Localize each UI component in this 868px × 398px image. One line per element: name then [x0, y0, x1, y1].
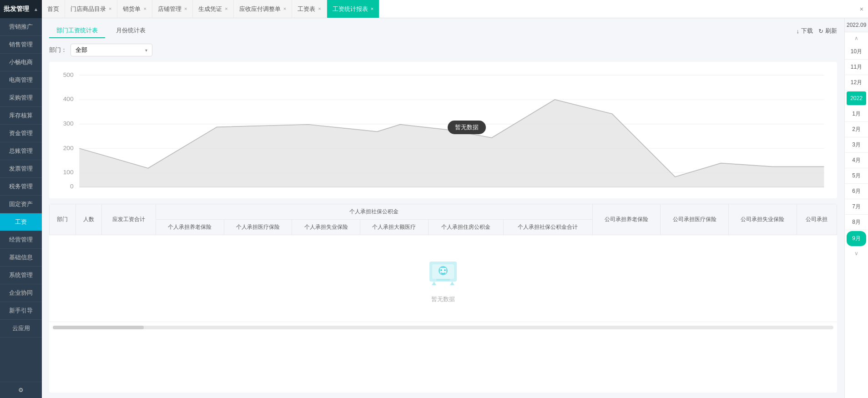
sidebar-title[interactable]: 批发管理 ▲	[0, 0, 42, 18]
sub-tab-dept-stats[interactable]: 部门工资统计表	[49, 24, 105, 38]
close-all-tabs-icon[interactable]: ×	[860, 5, 863, 13]
download-button[interactable]: ↓ 下载	[797, 27, 813, 35]
sidebar-item-assets[interactable]: 固定资产	[0, 196, 42, 213]
time-panel-month-7[interactable]: 7月	[845, 199, 868, 215]
time-panel-month-9[interactable]: 9月	[847, 231, 866, 247]
time-panel-month-11[interactable]: 11月	[845, 60, 868, 75]
time-panel-down-arrow[interactable]: ∨	[852, 247, 861, 259]
time-panel-month-6[interactable]: 6月	[845, 184, 868, 199]
tabs-bar: 首页 门店商品目录 × 销货单 × 店铺管理 × 生成凭证 × 应收应付调整单 …	[42, 0, 868, 18]
close-tab-payroll[interactable]: ×	[318, 6, 321, 11]
svg-text:0: 0	[70, 183, 74, 190]
time-panel-month-3[interactable]: 3月	[845, 137, 868, 153]
svg-rect-19	[436, 279, 450, 281]
sidebar-item-guide[interactable]: 新手引导	[0, 302, 42, 320]
tab-generate-voucher[interactable]: 生成凭证 ×	[193, 0, 233, 18]
time-panel: 2022.09 ∧ 10月 11月 12月 2022 1月 2月 3月	[844, 18, 868, 398]
tab-payroll[interactable]: 工资表 ×	[292, 0, 327, 18]
tab-store-catalog[interactable]: 门店商品目录 ×	[65, 0, 117, 18]
sidebar-item-payroll[interactable]: 工资	[0, 213, 42, 231]
settings-button[interactable]: ⚙	[0, 382, 42, 398]
close-tab-generate-voucher[interactable]: ×	[225, 6, 227, 11]
svg-text:200: 200	[63, 145, 74, 151]
sidebar-item-marketing[interactable]: 营销推广	[0, 18, 42, 36]
tab-store-mgmt[interactable]: 店铺管理 ×	[152, 0, 193, 18]
settings-icon: ⚙	[18, 387, 24, 393]
filter-row: 部门： 全部 ▾	[49, 44, 837, 56]
svg-point-17	[440, 269, 442, 271]
col-company-unemployment: 公司承担失业保险	[728, 204, 797, 235]
sidebar: 批发管理 ▲ 营销推广 销售管理 小畅电商 电商管理 采购管理 库存核算 资金管…	[0, 0, 42, 398]
dept-filter-select[interactable]: 全部 ▾	[71, 44, 152, 56]
sidebar-item-ledger[interactable]: 总账管理	[0, 142, 42, 160]
time-panel-month-5[interactable]: 5月	[845, 168, 868, 184]
sidebar-item-ecommerce-small[interactable]: 小畅电商	[0, 54, 42, 71]
dept-filter-value: 全部	[76, 46, 87, 54]
refresh-button[interactable]: ↻ 刷新	[818, 27, 837, 35]
col-ind-medical: 个人承担医疗保险	[224, 220, 292, 235]
sidebar-item-cloud[interactable]: 云应用	[0, 320, 42, 338]
close-tab-store-catalog[interactable]: ×	[109, 6, 111, 11]
time-panel-year-2022[interactable]: 2022	[847, 91, 866, 106]
col-ind-unemployment: 个人承担失业保险	[292, 220, 360, 235]
col-ind-serious-illness: 个人承担大额医疗	[360, 220, 429, 235]
sidebar-item-basic-info[interactable]: 基础信息	[0, 249, 42, 267]
time-panel-month-4[interactable]: 4月	[845, 153, 868, 168]
table-container: 部门 人数 应发工资合计 个人承担社保公积金 公司承担养老保险 公司承担医疗保险…	[49, 204, 837, 393]
close-tab-sales-order[interactable]: ×	[143, 6, 146, 11]
sidebar-item-ecommerce[interactable]: 电商管理	[0, 71, 42, 89]
col-ind-pension: 个人承担养老保险	[156, 220, 224, 235]
close-tab-payroll-report[interactable]: ×	[371, 6, 373, 11]
svg-marker-21	[450, 282, 454, 285]
col-ind-total: 个人承担社保公积金合计	[503, 220, 592, 235]
svg-marker-20	[432, 282, 436, 285]
col-company-other: 公司承担	[797, 204, 837, 235]
col-ind-housing-fund: 个人承担住房公积金	[428, 220, 503, 235]
tab-ar-ap-adjust[interactable]: 应收应付调整单 ×	[234, 0, 292, 18]
table-horizontal-scrollbar[interactable]	[53, 326, 833, 329]
table-scroll-thumb[interactable]	[53, 326, 144, 329]
sidebar-item-system[interactable]: 系统管理	[0, 267, 42, 284]
tab-home[interactable]: 首页	[42, 0, 65, 18]
sidebar-item-tax[interactable]: 税务管理	[0, 178, 42, 196]
sub-tab-actions: ↓ 下载 ↻ 刷新	[797, 27, 838, 35]
data-table: 部门 人数 应发工资合计 个人承担社保公积金 公司承担养老保险 公司承担医疗保险…	[49, 204, 837, 322]
sidebar-item-finance[interactable]: 资金管理	[0, 125, 42, 142]
svg-text:300: 300	[63, 121, 74, 127]
time-panel-month-10[interactable]: 10月	[845, 44, 868, 60]
inner-content: 部门工资统计表 月份统计表 ↓ 下载 ↻ 刷新	[42, 18, 844, 398]
content-area: 部门工资统计表 月份统计表 ↓ 下载 ↻ 刷新	[42, 18, 868, 398]
svg-marker-12	[79, 100, 824, 187]
time-panel-month-2[interactable]: 2月	[845, 122, 868, 137]
sub-tab-monthly-stats[interactable]: 月份统计表	[109, 24, 153, 38]
tab-sales-order[interactable]: 销货单 ×	[117, 0, 152, 18]
tab-payroll-report[interactable]: 工资统计报表 ×	[327, 0, 379, 18]
download-icon: ↓	[797, 28, 800, 35]
sidebar-item-invoice[interactable]: 发票管理	[0, 160, 42, 178]
dept-filter-arrow-icon: ▾	[145, 48, 147, 53]
sub-tabs-bar: 部门工资统计表 月份统计表 ↓ 下载 ↻ 刷新	[49, 24, 837, 38]
time-panel-up-arrow[interactable]: ∧	[852, 32, 861, 44]
time-panel-month-8[interactable]: 8月	[845, 215, 868, 230]
empty-state-text: 暂无数据	[431, 295, 455, 303]
empty-icon	[425, 253, 461, 290]
time-panel-month-12[interactable]: 12月	[845, 75, 868, 91]
svg-text:100: 100	[63, 169, 74, 176]
col-dept: 部门	[50, 204, 76, 235]
main-area: 首页 门店商品目录 × 销货单 × 店铺管理 × 生成凭证 × 应收应付调整单 …	[42, 0, 868, 398]
refresh-icon: ↻	[818, 28, 823, 35]
svg-text:500: 500	[63, 71, 74, 78]
close-tab-ar-ap-adjust[interactable]: ×	[283, 6, 286, 11]
sidebar-item-operations[interactable]: 经营管理	[0, 231, 42, 249]
sidebar-title-text: 批发管理	[4, 5, 29, 13]
close-tab-store-mgmt[interactable]: ×	[184, 6, 187, 11]
sidebar-item-purchase[interactable]: 采购管理	[0, 89, 42, 107]
sidebar-item-collaboration[interactable]: 企业协同	[0, 284, 42, 302]
time-panel-month-1[interactable]: 1月	[845, 106, 868, 122]
svg-point-18	[444, 269, 446, 271]
dept-filter-label: 部门：	[49, 46, 67, 54]
sidebar-item-inventory[interactable]: 库存核算	[0, 107, 42, 125]
col-company-medical: 公司承担医疗保险	[661, 204, 729, 235]
sidebar-item-sales[interactable]: 销售管理	[0, 36, 42, 54]
svg-text:400: 400	[63, 96, 74, 102]
